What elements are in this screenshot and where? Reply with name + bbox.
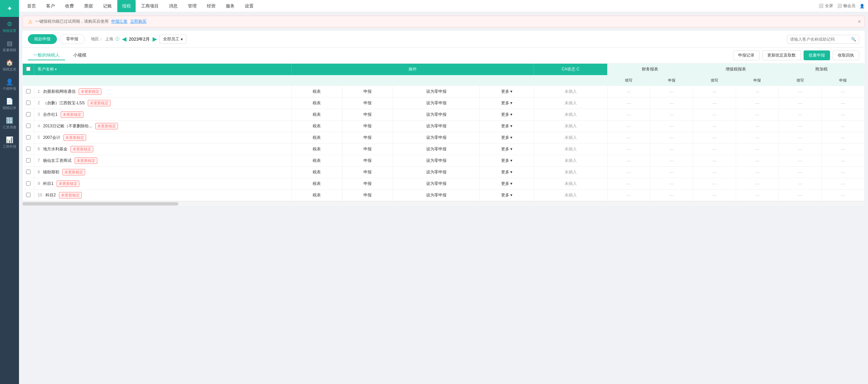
cell-op-submit[interactable]: 申报 [342, 121, 393, 132]
sidebar-item-business-annual[interactable]: 📊 工商年报 [0, 133, 19, 152]
nav-invoice[interactable]: 票据 [79, 0, 98, 12]
cell-op-submit[interactable]: 申报 [342, 144, 393, 155]
row-checkbox-7[interactable] [26, 170, 31, 174]
row-checkbox-4[interactable] [26, 135, 31, 140]
update-button[interactable]: 更新统定及取数 [762, 50, 801, 60]
row-checkbox-5[interactable] [26, 147, 31, 151]
cell-op-zero[interactable]: 设为零申报 [393, 155, 480, 167]
banner-link-buy[interactable]: 立即购买 [130, 19, 146, 24]
nav-tax[interactable]: 报税 [117, 0, 136, 12]
cell-op-submit[interactable]: 申报 [342, 178, 393, 190]
sidebar-item-tax-settings[interactable]: ⚙ 报税设置 [0, 17, 19, 36]
cell-op-submit[interactable]: 申报 [342, 86, 393, 98]
row-checkbox-2[interactable] [26, 112, 31, 116]
batch-declare-button[interactable]: 批量申报 [804, 50, 830, 60]
tab-zero-declaration[interactable]: 零申报 [60, 34, 85, 44]
cell-op-tax[interactable]: 税表 [291, 178, 342, 190]
nav-ledger[interactable]: 记账 [98, 0, 117, 12]
banner-close-button[interactable]: × [858, 19, 861, 25]
sidebar-item-label: 批量报税 [3, 48, 16, 52]
tax-table-container: 客户名称 ▾ 操作 CA状态 C 财务报表 增值税报表 附加税 [22, 63, 865, 201]
nav-operations[interactable]: 经营 [202, 0, 220, 12]
cell-op-more[interactable]: 更多 ▾ [480, 109, 534, 121]
tab-tax-declaration[interactable]: 税款申报 [28, 34, 57, 44]
cell-op-zero[interactable]: 设为零申报 [393, 98, 480, 109]
cell-op-tax[interactable]: 税表 [291, 132, 342, 144]
sidebar-item-tax-record[interactable]: 📄 报税记录 [0, 94, 19, 113]
select-all-checkbox[interactable] [26, 67, 31, 71]
cell-op-submit[interactable]: 申报 [342, 132, 393, 144]
cell-op-submit[interactable]: 申报 [342, 155, 393, 167]
cell-op-tax[interactable]: 税表 [291, 144, 342, 155]
horizontal-scrollbar[interactable] [22, 201, 865, 206]
fullscreen-button[interactable]: ⬜ 全屏 [818, 3, 833, 9]
nav-message[interactable]: 消息 [164, 0, 182, 12]
main-area: 首页 客户 收费 票据 记账 报税 工商项目 消息 管理 经营 服务 设置 ⬜ … [19, 0, 868, 384]
row-checkbox-3[interactable] [26, 124, 31, 128]
nav-management[interactable]: 管理 [183, 0, 201, 12]
cell-op-submit[interactable]: 申报 [342, 190, 393, 201]
nav-billing[interactable]: 收费 [60, 0, 79, 12]
scrollbar-thumb[interactable] [22, 202, 178, 206]
tab-general-taxpayer[interactable]: 一般的纳税人 [28, 51, 65, 60]
cell-op-submit[interactable]: 申报 [342, 109, 393, 121]
cell-op-submit[interactable]: 申报 [342, 167, 393, 178]
nav-client[interactable]: 客户 [41, 0, 60, 12]
cell-op-tax[interactable]: 税表 [291, 86, 342, 98]
cell-op-tax[interactable]: 税表 [291, 190, 342, 201]
cell-op-more[interactable]: 更多 ▾ [480, 167, 534, 178]
region-info-icon[interactable]: ⓘ [115, 36, 119, 42]
sidebar-item-tax-overview[interactable]: 🏠 报税总览 [0, 56, 19, 75]
cell-op-zero[interactable]: 设为零申报 [393, 167, 480, 178]
nav-home[interactable]: 首页 [22, 0, 41, 12]
sidebar-item-batch-tax[interactable]: ▤ 批量报税 [0, 36, 19, 56]
cell-op-more[interactable]: 更多 ▾ [480, 155, 534, 167]
cell-op-zero[interactable]: 设为零申报 [393, 190, 480, 201]
nav-settings[interactable]: 设置 [240, 0, 258, 12]
cell-client-name: 5 2007会计 未更新核定 [34, 132, 292, 144]
cell-op-submit[interactable]: 申报 [342, 98, 393, 109]
nav-service[interactable]: 服务 [221, 0, 239, 12]
row-checkbox-1[interactable] [26, 101, 31, 105]
cell-op-more[interactable]: 更多 ▾ [480, 178, 534, 190]
cell-op-tax[interactable]: 税表 [291, 155, 342, 167]
cell-op-zero[interactable]: 设为零申报 [393, 86, 480, 98]
retrieve-button[interactable]: 收取回执 [833, 50, 859, 60]
cell-fin-fill: — [607, 98, 650, 109]
record-button[interactable]: 申报记录 [733, 50, 760, 60]
cell-op-tax[interactable]: 税表 [291, 121, 342, 132]
sidebar-item-accounting[interactable]: 🔢 汇算清缴 [0, 113, 19, 133]
cell-op-more[interactable]: 更多 ▾ [480, 144, 534, 155]
tab-small-scale[interactable]: 小规模 [68, 51, 92, 60]
subheader-finance-fill: 填写 [607, 75, 650, 86]
cell-op-zero[interactable]: 设为零申报 [393, 178, 480, 190]
period-next-button[interactable]: ▶ [153, 36, 157, 42]
employee-filter[interactable]: 全部员工 ▾ [159, 35, 186, 44]
period-prev-button[interactable]: ◀ [122, 36, 126, 42]
row-checkbox-6[interactable] [26, 158, 31, 163]
cell-op-zero[interactable]: 设为零申报 [393, 109, 480, 121]
row-checkbox-0[interactable] [26, 89, 31, 93]
cell-tax-fill: — [693, 155, 736, 167]
cell-op-tax[interactable]: 税表 [291, 109, 342, 121]
member-button[interactable]: ⬜ 畅会员 [837, 3, 855, 9]
row-checkbox-8[interactable] [26, 181, 31, 186]
cell-op-more[interactable]: 更多 ▾ [480, 98, 534, 109]
cell-ca-status: 未插入 [534, 98, 607, 109]
row-checkbox-9[interactable] [26, 193, 31, 197]
cell-op-tax[interactable]: 税表 [291, 98, 342, 109]
cell-op-more[interactable]: 更多 ▾ [480, 86, 534, 98]
cell-op-more[interactable]: 更多 ▾ [480, 190, 534, 201]
sidebar-item-personal-tax[interactable]: 👤 个税申报 [0, 75, 19, 94]
search-icon[interactable]: 🔍 [851, 37, 856, 42]
cell-op-tax[interactable]: 税表 [291, 167, 342, 178]
search-input[interactable] [790, 35, 851, 43]
banner-link-declare[interactable]: 申报汇签 [111, 19, 127, 24]
cell-op-more[interactable]: 更多 ▾ [480, 132, 534, 144]
cell-op-zero[interactable]: 设为零申报 [393, 132, 480, 144]
user-avatar[interactable]: 👤 [860, 4, 865, 8]
cell-op-more[interactable]: 更多 ▾ [480, 121, 534, 132]
cell-op-zero[interactable]: 设为零申报 [393, 121, 480, 132]
nav-bizproject[interactable]: 工商项目 [136, 0, 163, 12]
cell-op-zero[interactable]: 设为零申报 [393, 144, 480, 155]
